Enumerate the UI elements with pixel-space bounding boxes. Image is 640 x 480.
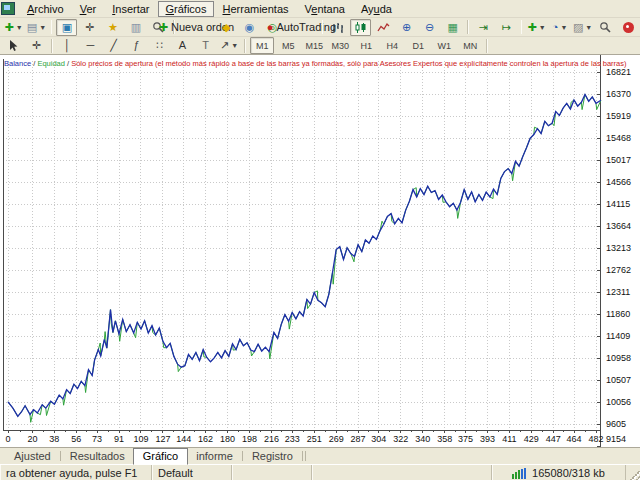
svg-text:14566: 14566 [606,177,631,187]
indicators-button[interactable]: ✚▼ [526,19,547,36]
svg-text:9154: 9154 [606,434,626,444]
svg-text:162: 162 [198,434,213,444]
menu-ventana[interactable]: Ventana [297,1,353,17]
timeframe-m15[interactable]: M15 [302,37,326,54]
notification-icon [623,22,634,33]
auto-scroll-button[interactable]: ⇥ [473,19,494,36]
timeframe-h4[interactable]: H4 [380,37,404,54]
chevron-down-icon: ▼ [16,24,23,31]
svg-text:10507: 10507 [606,375,631,385]
text-button[interactable]: A [172,37,193,54]
metatrader-window: ArchivoVerInsertarGráficosHerramientasVe… [0,0,640,480]
svg-text:0: 0 [5,434,10,444]
label-button[interactable]: T [195,37,216,54]
svg-text:482: 482 [588,434,603,444]
timeframe-m5[interactable]: M5 [276,37,300,54]
svg-text:9605: 9605 [606,419,626,429]
menu-archivo[interactable]: Archivo [19,1,72,17]
tab-registro[interactable]: Registro [244,449,301,464]
resize-grip[interactable] [626,465,640,480]
periods-button[interactable]: ◔▼ [549,19,570,36]
timeframe-mn[interactable]: MN [458,37,482,54]
bar-chart-button[interactable] [327,19,348,36]
chart-shift-button[interactable]: ↦ [496,19,517,36]
svg-text:464: 464 [567,434,582,444]
tester-tab-bar: AjustedResultadosGráficoinformeRegistro [0,447,640,464]
person-icon: ◉ [245,22,255,33]
svg-text:91: 91 [114,434,124,444]
timeframe-w1[interactable]: W1 [432,37,456,54]
horizontal-line-icon: ─ [87,40,95,51]
search-icon [599,21,612,34]
market-watch-button[interactable]: ▣ [56,19,77,36]
tab-divider [242,451,243,461]
metaeditor-button[interactable]: ◆ [216,19,237,36]
navigator-button[interactable]: ★ [102,19,123,36]
timeframe-m30[interactable]: M30 [328,37,352,54]
vertical-line-icon: │ [64,40,71,51]
new-order-button[interactable]: ✚Nueva orden [179,19,214,36]
terminal-button[interactable]: ▥ [125,19,146,36]
crosshair-icon: ✛ [85,22,94,33]
tab-ajusted[interactable]: Ajusted [6,449,59,464]
tab-divider [60,451,61,461]
chart-window-icon[interactable] [1,2,15,15]
templates-button[interactable]: ▨▼ [572,19,593,36]
tab-informe[interactable]: informe [188,449,241,464]
channel-button[interactable]: ∷ [149,37,170,54]
plus-icon: ✚ [159,22,168,33]
arrow-shape-icon: ↗ [220,40,229,51]
menu-insertar[interactable]: Insertar [104,1,157,17]
vertical-line-button[interactable]: │ [57,37,78,54]
timeframe-d1[interactable]: D1 [406,37,430,54]
zoom-out-icon: ⊖ [425,22,434,33]
shapes-button[interactable]: ↗▼ [218,37,240,54]
bars-chart-icon [331,21,344,34]
menu-herramientas[interactable]: Herramientas [214,1,296,17]
clock-icon: ◔ [552,22,559,33]
svg-text:287: 287 [351,434,366,444]
toolbar-separator [486,39,488,53]
svg-text:269: 269 [329,434,344,444]
tab-grafico[interactable]: Gráfico [133,448,188,465]
community-button[interactable]: ◉ [239,19,260,36]
svg-text:15919: 15919 [606,111,631,121]
data-window-button[interactable]: ✛ [79,19,100,36]
menu-ayuda[interactable]: Ayuda [353,1,400,17]
notification-button[interactable] [618,19,639,36]
fibonacci-button[interactable]: ƒ [126,37,147,54]
svg-text:198: 198 [242,434,257,444]
market-watch-icon: ▣ [62,22,72,33]
tab-resultados[interactable]: Resultados [62,449,133,464]
tile-windows-button[interactable]: ▦ [442,19,463,36]
svg-text:144: 144 [176,434,191,444]
menu-bar: ArchivoVerInsertarGráficosHerramientasVe… [0,0,640,18]
timeframe-h1[interactable]: H1 [354,37,378,54]
svg-text:12311: 12311 [606,287,630,297]
menu-ver[interactable]: Ver [72,1,105,17]
chevron-down-icon: ▼ [585,24,592,31]
zoom-out-button[interactable]: ⊖ [419,19,440,36]
search-button[interactable] [595,19,616,36]
svg-text:12762: 12762 [606,265,631,275]
equity-balance-plot: 0203856739110912714416218019821623325126… [0,55,640,447]
candle-chart-button[interactable] [350,19,371,36]
svg-text:127: 127 [155,434,170,444]
trendline-button[interactable]: ╱ [103,37,124,54]
svg-text:16370: 16370 [606,89,631,99]
autotrading-button[interactable]: ●AutoTrading [285,19,318,36]
timeframe-m1[interactable]: M1 [250,37,274,54]
new-chart-button[interactable]: ✚▼ [3,19,24,36]
toolbar-separator [51,20,52,34]
svg-text:429: 429 [524,434,539,444]
svg-text:15017: 15017 [606,155,631,165]
crosshair-button[interactable]: ✛ [26,37,47,54]
zoom-in-button[interactable]: ⊕ [396,19,417,36]
toolbar-chart-tools: ✛│─╱ƒ∷AT↗▼M1M5M15M30H1H4D1W1MN [0,37,640,55]
cursor-button[interactable] [3,37,24,54]
chart-profiles-button[interactable]: ▤▼ [26,19,47,36]
horizontal-line-button[interactable]: ─ [80,37,101,54]
line-chart-button[interactable] [373,19,394,36]
menu-graficos[interactable]: Gráficos [158,1,215,17]
status-template-cell: Default [152,465,232,480]
